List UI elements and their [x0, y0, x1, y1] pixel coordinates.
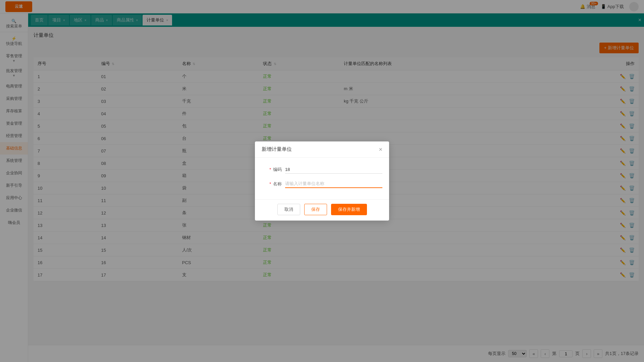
save-button[interactable]: 保存 — [304, 204, 327, 215]
save-add-button[interactable]: 保存并新增 — [331, 204, 367, 215]
name-label: * 名称 — [262, 181, 282, 187]
code-required-star: * — [269, 167, 271, 172]
modal-overlay: 新增计量单位 × * 编码 * 名称 取消 保存 保存并新增 — [0, 0, 644, 362]
cancel-button[interactable]: 取消 — [277, 204, 300, 215]
name-input[interactable] — [285, 180, 382, 188]
name-required-star: * — [269, 181, 271, 186]
code-input[interactable] — [285, 166, 382, 174]
code-label: * 编码 — [262, 167, 282, 173]
modal-footer: 取消 保存 保存并新增 — [255, 199, 389, 221]
modal-header: 新增计量单位 × — [255, 141, 389, 158]
modal-close-button[interactable]: × — [379, 146, 382, 153]
add-unit-modal: 新增计量单位 × * 编码 * 名称 取消 保存 保存并新增 — [255, 141, 389, 221]
modal-title: 新增计量单位 — [262, 146, 292, 153]
code-field-row: * 编码 — [262, 166, 382, 174]
name-field-row: * 名称 — [262, 180, 382, 188]
modal-body: * 编码 * 名称 — [255, 158, 389, 199]
